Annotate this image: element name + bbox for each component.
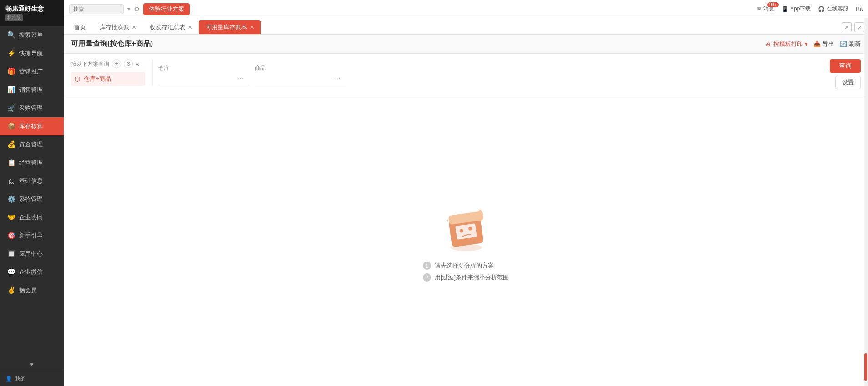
page-title: 可用量查询(按仓库+商品) xyxy=(71,39,153,49)
product-input-wrapper: ··· xyxy=(255,73,346,84)
print-icon: 🖨 xyxy=(766,41,772,47)
tab-available[interactable]: 可用量库存账本 ✕ xyxy=(199,20,261,34)
sidebar-item-operation[interactable]: 📋 经营管理 xyxy=(0,154,64,172)
sidebar-item-label: 营销推广 xyxy=(19,67,43,76)
tab-batch[interactable]: 库存批次账 ✕ xyxy=(93,20,143,34)
gift-icon: 🎁 xyxy=(7,67,15,76)
empty-svg-illustration: ✦ ✦ xyxy=(439,200,493,254)
scheme-label-text: 按以下方案查询 xyxy=(71,60,109,68)
filter-right: 仓库 ··· 商品 ··· 查询 设置 xyxy=(158,59,861,89)
add-scheme-button[interactable]: + xyxy=(112,59,121,68)
sidebar-item-purchase[interactable]: 🛒 采购管理 xyxy=(0,99,64,117)
gear-icon: ⚙️ xyxy=(7,195,15,203)
tab-batch-label: 库存批次账 xyxy=(100,23,129,31)
refresh-button[interactable]: 🔄 刷新 xyxy=(840,40,861,48)
sidebar-item-search[interactable]: 🔍 搜索菜单 xyxy=(0,26,64,44)
sidebar-item-label: 销售管理 xyxy=(19,86,43,94)
empty-state: ✦ ✦ 1 请先选择要分析的方案 2 用[过滤]条件来缩小分析范围 xyxy=(64,95,868,386)
sidebar-item-label: 企业协同 xyxy=(19,213,43,221)
app-download-button[interactable]: 📱 App下载 xyxy=(782,5,811,13)
dropdown-icon[interactable]: ▾ xyxy=(127,6,130,12)
sidebar-item-apps[interactable]: 🔲 应用中心 xyxy=(0,245,64,263)
sidebar-scroll-down[interactable]: ▼ xyxy=(0,359,64,371)
expand-tab-button[interactable]: ⤢ xyxy=(854,22,864,32)
query-button[interactable]: 查询 xyxy=(830,59,861,73)
print-dropdown-icon: ▾ xyxy=(805,41,808,47)
sidebar-item-label: 快捷导航 xyxy=(19,49,43,57)
sidebar-item-label: 资金管理 xyxy=(19,140,43,149)
sidebar-item-sales[interactable]: 📊 销售管理 xyxy=(0,81,64,99)
sidebar-item-shortcut[interactable]: ⚡ 快捷导航 xyxy=(0,44,64,62)
tabs-controls: ✕ ⤢ xyxy=(842,22,864,34)
chart-icon: 📊 xyxy=(7,86,15,94)
empty-tip-1: 1 请先选择要分析的方案 xyxy=(423,262,509,270)
product-more-button[interactable]: ··· xyxy=(332,74,342,82)
print-button[interactable]: 🖨 按模板打印 ▾ xyxy=(766,40,808,48)
sidebar-item-label: 企业微信 xyxy=(19,268,43,276)
box-icon: 📦 xyxy=(7,122,15,130)
filter-settings-button[interactable]: 设置 xyxy=(835,76,861,89)
tab-batch-close[interactable]: ✕ xyxy=(132,25,136,31)
page-header: 可用量查询(按仓库+商品) 🖨 按模板打印 ▾ 📤 导出 🔄 刷新 xyxy=(64,35,868,54)
sidebar-item-cooperation[interactable]: 🤝 企业协同 xyxy=(0,208,64,226)
product-input[interactable] xyxy=(258,75,330,82)
print-label: 按模板打印 xyxy=(773,40,803,48)
page-content: 可用量查询(按仓库+商品) 🖨 按模板打印 ▾ 📤 导出 🔄 刷新 xyxy=(64,35,868,386)
collapse-filter-button[interactable]: « xyxy=(136,60,139,67)
warehouse-input[interactable] xyxy=(161,75,234,82)
topbar-gear-icon[interactable]: ⚙ xyxy=(134,5,140,13)
tab-home[interactable]: 首页 xyxy=(67,20,93,34)
sidebar-item-label: 库存核算 xyxy=(19,122,43,130)
sidebar: 畅康通好生意 标准版 🔍 搜索菜单 ⚡ 快捷导航 🎁 营销推广 📊 销售管理 🛒… xyxy=(0,0,64,386)
filter-left: 按以下方案查询 + ⚙ « ⬡ 仓库+商品 xyxy=(71,59,153,86)
username-label[interactable]: Rit xyxy=(856,6,863,12)
topbar-right: ✉ 消息 99+ 📱 App下载 🎧 在线客服 Rit xyxy=(757,5,863,13)
topbar-search-input[interactable] xyxy=(69,4,124,14)
message-button[interactable]: ✉ 消息 99+ xyxy=(757,5,774,13)
tab-home-label: 首页 xyxy=(74,23,86,31)
sidebar-item-marketing[interactable]: 🎁 营销推广 xyxy=(0,62,64,81)
settings-scheme-button[interactable]: ⚙ xyxy=(124,59,133,68)
warehouse-label: 仓库 xyxy=(158,64,249,72)
sidebar-item-finance[interactable]: 💰 资金管理 xyxy=(0,135,64,154)
tab-summary-label: 收发存汇总表 xyxy=(150,23,185,31)
phone-icon: 📱 xyxy=(782,6,788,12)
sidebar-item-member[interactable]: ✌️ 畅会员 xyxy=(0,281,64,299)
sidebar-item-label: 搜索菜单 xyxy=(19,31,43,39)
refresh-label: 刷新 xyxy=(849,40,861,48)
scrollbar-thumb xyxy=(864,353,867,381)
right-scrollbar xyxy=(864,18,868,386)
cart-icon: 🛒 xyxy=(7,104,15,112)
trial-button[interactable]: 体验行业方案 xyxy=(143,3,190,15)
topbar: ▾ ⚙ 体验行业方案 ✉ 消息 99+ 📱 App下载 🎧 在线客服 Rit xyxy=(64,0,868,18)
apps-icon: 🔲 xyxy=(7,250,15,258)
empty-tip-2-text: 用[过滤]条件来缩小分析范围 xyxy=(435,273,509,282)
tab-summary-close[interactable]: ✕ xyxy=(188,25,192,31)
app-version: 标准版 xyxy=(5,14,23,21)
export-icon: 📤 xyxy=(813,41,821,47)
tab-available-close[interactable]: ✕ xyxy=(250,25,254,31)
step-2-icon: 2 xyxy=(423,273,431,282)
tab-available-label: 可用量库存账本 xyxy=(206,23,247,31)
sidebar-bottom-label: 我的 xyxy=(15,375,26,382)
svg-text:✦: ✦ xyxy=(477,207,483,215)
sidebar-user-bottom[interactable]: 👤 我的 xyxy=(0,371,64,386)
product-field: 商品 ··· xyxy=(255,64,346,84)
scheme-item-warehouse-product[interactable]: ⬡ 仓库+商品 xyxy=(71,72,145,86)
money-icon: 💰 xyxy=(7,140,15,149)
service-button[interactable]: 🎧 在线客服 xyxy=(818,5,848,13)
sidebar-item-wechat[interactable]: 💬 企业微信 xyxy=(0,263,64,281)
sidebar-item-basic[interactable]: 🗂 基础信息 xyxy=(0,172,64,190)
tabs-bar: 首页 库存批次账 ✕ 收发存汇总表 ✕ 可用量库存账本 ✕ ✕ ⤢ xyxy=(64,18,868,35)
sidebar-item-label: 经营管理 xyxy=(19,159,43,167)
export-button[interactable]: 📤 导出 xyxy=(813,40,834,48)
sidebar-item-label: 畅会员 xyxy=(19,286,37,294)
sidebar-item-inventory[interactable]: 📦 库存核算 xyxy=(0,117,64,135)
close-all-tabs-button[interactable]: ✕ xyxy=(842,22,852,32)
tab-summary[interactable]: 收发存汇总表 ✕ xyxy=(143,20,199,34)
warehouse-more-button[interactable]: ··· xyxy=(236,74,245,82)
svg-rect-3 xyxy=(455,223,477,240)
sidebar-item-system[interactable]: ⚙️ 系统管理 xyxy=(0,190,64,208)
search-icon: 🔍 xyxy=(7,31,15,39)
sidebar-item-newbie[interactable]: 🎯 新手引导 xyxy=(0,226,64,245)
